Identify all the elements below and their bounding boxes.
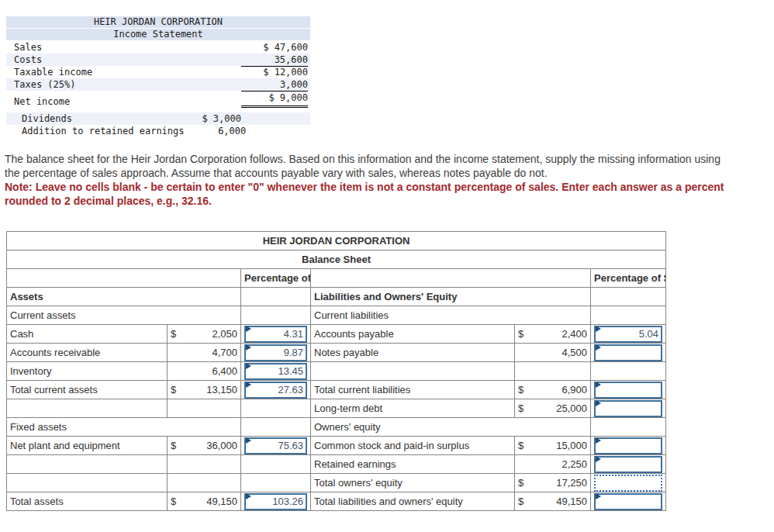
row-amount: $ 9,000: [241, 92, 308, 108]
row-label: Costs: [6, 54, 174, 66]
total-liab-oe-pct-cell: [591, 492, 666, 511]
row-label: Net income: [6, 95, 174, 108]
amount: 4,500: [561, 347, 587, 358]
dollar-sign: $: [171, 496, 176, 507]
current-assets-label: Current assets: [7, 306, 241, 325]
bs-title-row: HEIR JORDAN CORPORATION: [7, 232, 666, 250]
accounts-receivable-pct-cell: 9.87: [241, 344, 311, 362]
total-liab-oe-label: Total liabilities and owners' equity: [311, 492, 515, 511]
common-stock-label: Common stock and paid-in surplus: [311, 437, 515, 455]
cash-label: Cash: [7, 325, 168, 344]
notes-payable-amount-cell: 4,500: [515, 344, 591, 362]
empty-cell: [241, 418, 311, 437]
net-plant-pct-input[interactable]: 75.63: [244, 437, 307, 454]
fixed-assets-label: Fixed assets: [7, 418, 241, 437]
bs-row-cash-ap: Cash $2,050 4.31 Accounts payable $2,400…: [7, 325, 666, 344]
common-stock-pct-input[interactable]: [594, 437, 662, 454]
row-label: Dividends: [6, 112, 174, 125]
inventory-pct-input[interactable]: 13.45: [244, 363, 307, 380]
amount: 36,000: [206, 440, 237, 451]
accounts-receivable-pct-input[interactable]: 9.87: [244, 344, 307, 361]
amount: 25,000: [556, 402, 587, 414]
answer-flag-icon: [246, 382, 251, 388]
total-liab-oe-pct-input[interactable]: [594, 493, 662, 510]
amount: 2,250: [561, 458, 587, 470]
answer-flag-icon: [246, 363, 251, 369]
total-current-assets-label: Total current assets: [7, 381, 168, 399]
row-amount: $ 3,000: [174, 112, 241, 125]
empty-cell: [241, 455, 311, 474]
inventory-amount-cell: 6,400: [168, 362, 241, 381]
input-value: 9.87: [284, 347, 303, 358]
answer-flag-icon: [246, 437, 251, 444]
long-term-debt-amount-cell: $25,000: [515, 399, 591, 418]
empty-cell: [591, 362, 666, 381]
long-term-debt-pct-input[interactable]: [594, 400, 662, 417]
total-current-liabilities-pct-input[interactable]: [594, 382, 662, 399]
accounts-payable-label: Accounts payable: [311, 325, 515, 344]
empty-cell: [7, 474, 168, 492]
accounts-receivable-amount-cell: 4,700: [168, 344, 241, 362]
dollar-sign: $: [518, 440, 523, 451]
bs-column-header-row: Percentage of Sales Percentage of Sales: [7, 269, 666, 288]
income-statement-title: HEIR JORDAN CORPORATION: [6, 16, 310, 28]
row-label: Taxes (25%): [6, 78, 174, 91]
total-liab-oe-amount-cell: $49,150: [515, 492, 591, 511]
income-row-sales: Sales $ 47,600: [6, 41, 310, 54]
empty-cell: [241, 399, 311, 418]
bs-row-current-sections: Current assets Current liabilities: [7, 306, 666, 325]
bs-row-total-oe: Total owners' equity $17,250: [7, 474, 666, 492]
bs-row-section-headers: Assets Liabilities and Owners' Equity: [7, 288, 666, 306]
amount: 49,150: [206, 496, 237, 507]
answer-flag-icon: [596, 456, 601, 462]
pct-of-sales-header-left: Percentage of Sales: [241, 269, 311, 288]
notes-payable-pct-input[interactable]: [594, 344, 662, 361]
empty-cell: [241, 306, 311, 325]
accounts-payable-amount-cell: $2,400: [515, 325, 591, 344]
row-amount: 3,000: [241, 78, 308, 92]
empty-cell: [168, 399, 241, 418]
income-statement-subtitle: Income Statement: [6, 29, 310, 40]
cash-pct-cell: 4.31: [241, 325, 311, 344]
total-current-assets-amount-cell: $13,150: [168, 381, 241, 399]
amount: 17,250: [556, 477, 587, 489]
liabilities-header: Liabilities and Owners' Equity: [311, 288, 591, 306]
total-current-liabilities-label: Total current liabilities: [311, 381, 515, 399]
income-row-net-income: Net income $ 9,000: [6, 91, 310, 108]
dollar-sign: $: [518, 384, 523, 396]
input-value: 13.45: [278, 365, 303, 377]
amount: 2,400: [561, 328, 587, 340]
total-owners-equity-amount-cell: $17,250: [515, 474, 591, 492]
instructions: The balance sheet for the Heir Jordan Co…: [5, 152, 738, 208]
row-label: Addition to retained earnings: [6, 125, 185, 137]
empty-cell: [515, 362, 591, 381]
retained-earnings-amount-cell: 2,250: [515, 455, 591, 474]
answer-flag-icon: [596, 437, 601, 444]
dollar-sign: $: [518, 496, 523, 507]
accounts-payable-pct-input[interactable]: 5.04: [594, 326, 662, 343]
row-label: Sales: [6, 41, 174, 54]
net-plant-label: Net plant and equipment: [7, 437, 168, 455]
bs-row-inventory: Inventory 6,400 13.45: [7, 362, 666, 381]
retained-earnings-label: Retained earnings: [311, 455, 515, 474]
retained-earnings-pct-input[interactable]: [594, 456, 662, 473]
total-current-assets-pct-input[interactable]: 27.63: [244, 382, 307, 399]
total-owners-equity-pct-input[interactable]: [594, 475, 662, 492]
total-assets-pct-input[interactable]: 103.26: [244, 493, 307, 510]
total-owners-equity-label: Total owners' equity: [311, 474, 515, 492]
dollar-sign: $: [518, 328, 523, 340]
input-value: 75.63: [278, 440, 303, 451]
common-stock-amount-cell: $15,000: [515, 437, 591, 455]
empty-cell: [311, 362, 515, 381]
answer-flag-icon: [246, 344, 251, 351]
dollar-sign: $: [171, 440, 176, 451]
total-current-assets-pct-cell: 27.63: [241, 381, 311, 399]
empty-header-cell: [311, 269, 591, 288]
input-value: 103.26: [272, 496, 303, 507]
cash-pct-input[interactable]: 4.31: [244, 326, 307, 343]
long-term-debt-pct-cell: [591, 399, 666, 418]
row-label: Taxable income: [6, 66, 174, 78]
net-plant-amount-cell: $36,000: [168, 437, 241, 455]
inventory-label: Inventory: [7, 362, 168, 381]
bs-row-plant-stock: Net plant and equipment $36,000 75.63 Co…: [7, 437, 666, 455]
